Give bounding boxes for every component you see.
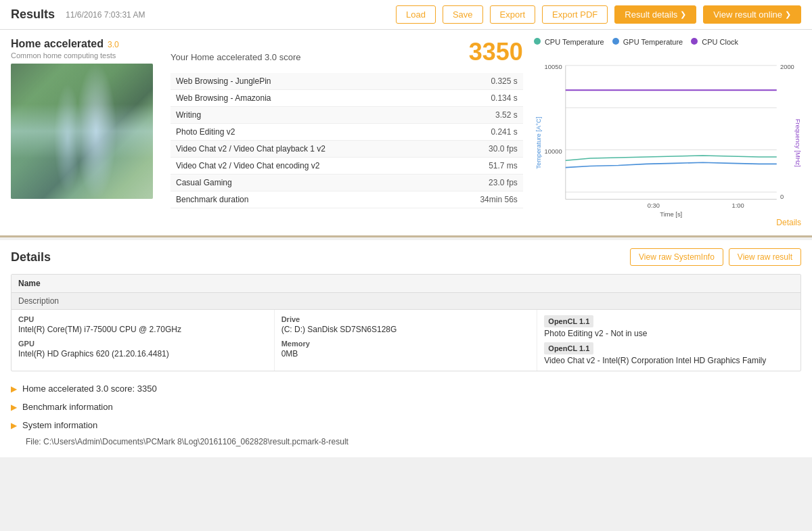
expandable-item[interactable]: ▶Benchmark information: [11, 398, 801, 416]
gpu-label: GPU: [18, 340, 267, 348]
benchmark-table: Web Browsing - JunglePin0.325 sWeb Brows…: [171, 73, 523, 208]
view-raw-sysinfo-button[interactable]: View raw SystemInfo: [630, 248, 723, 266]
cpu-label: CPU: [18, 315, 267, 323]
benchmark-row: Video Chat v2 / Video Chat playback 1 v2…: [171, 141, 523, 158]
benchmark-row-name: Web Browsing - JunglePin: [171, 73, 441, 90]
expandable-item[interactable]: ▶System information: [11, 416, 801, 434]
benchmark-row-value: 23.0 fps: [441, 175, 523, 191]
results-section: Home accelerated 3.0 Common home computi…: [0, 30, 812, 237]
expandable-label: System information: [22, 420, 97, 430]
drive-label: Drive: [281, 315, 531, 323]
opencl1-value: Photo Editing v2 - Not in use: [544, 329, 794, 338]
benchmark-row-name: Writing: [171, 107, 441, 124]
export-button[interactable]: Export: [490, 5, 536, 24]
svg-text:Temperature [A°C]: Temperature [A°C]: [535, 117, 542, 169]
benchmark-row-name: Web Browsing - Amazonia: [171, 90, 441, 107]
benchmark-row-value: 0.325 s: [441, 73, 523, 90]
svg-text:Time [s]: Time [s]: [660, 211, 682, 218]
chart-container: Temperature [A°C] Frequency [MHz] 10050 …: [534, 51, 801, 227]
expandable-list: ▶Home accelerated 3.0 score: 3350▶Benchm…: [11, 379, 801, 434]
benchmark-row-value: 3.52 s: [441, 107, 523, 124]
benchmark-row-name: Photo Editing v2: [171, 124, 441, 141]
score-card-version: 3.0: [108, 40, 119, 49]
opencl2-label: OpenCL 1.1: [544, 342, 593, 354]
benchmark-row-value: 51.7 ms: [441, 158, 523, 175]
load-button[interactable]: Load: [396, 5, 436, 24]
memory-value: 0MB: [281, 349, 531, 359]
description-header: Description: [12, 293, 800, 310]
benchmark-row-name: Video Chat v2 / Video Chat encoding v2: [171, 158, 441, 175]
chart-legend: CPU Temperature GPU Temperature CPU Cloc…: [534, 38, 801, 46]
benchmark-row: Photo Editing v20.241 s: [171, 124, 523, 141]
benchmark-row: Writing3.52 s: [171, 107, 523, 124]
expand-arrow-icon: ▶: [11, 384, 17, 394]
benchmark-row: Benchmark duration34min 56s: [171, 191, 523, 208]
benchmark-row-value: 34min 56s: [441, 191, 523, 208]
opencl2-value: Video Chat v2 - Intel(R) Corporation Int…: [544, 356, 794, 365]
svg-text:10000: 10000: [544, 148, 562, 155]
chart-details-button[interactable]: Details: [776, 218, 801, 227]
chevron-right-icon2: ❯: [785, 10, 791, 19]
svg-text:10050: 10050: [544, 64, 562, 70]
cpu-temp-legend: CPU Temperature: [534, 38, 604, 46]
expand-arrow-icon: ▶: [11, 421, 17, 430]
top-bar: Results 11/6/2016 7:03:31 AM Load Save E…: [0, 0, 812, 30]
results-title: Results: [11, 7, 55, 22]
details-section: Details View raw SystemInfo View raw res…: [0, 240, 812, 457]
benchmark-row-value: 0.241 s: [441, 124, 523, 141]
svg-text:0: 0: [780, 193, 784, 200]
opencl1-label: OpenCL 1.1: [544, 315, 593, 327]
expandable-label: Benchmark information: [22, 402, 113, 412]
benchmark-row-name: Video Chat v2 / Video Chat playback 1 v2: [171, 141, 441, 158]
gpu-value: Intel(R) HD Graphics 620 (21.20.16.4481): [18, 349, 267, 359]
benchmark-header: Your Home accelerated 3.0 score 3350: [171, 38, 523, 66]
opencl-cell: OpenCL 1.1 Photo Editing v2 - Not in use…: [537, 310, 800, 371]
gpu-temp-legend: GPU Temperature: [612, 38, 683, 46]
drive-value: (C: D:) SanDisk SD7SN6S128G: [281, 325, 531, 334]
benchmark-row: Video Chat v2 / Video Chat encoding v251…: [171, 158, 523, 175]
expandable-label: Home accelerated 3.0 score: 3350: [22, 384, 157, 394]
cpu-value: Intel(R) Core(TM) i7-7500U CPU @ 2.70GHz: [18, 325, 267, 334]
info-grid-top: CPU Intel(R) Core(TM) i7-7500U CPU @ 2.7…: [12, 310, 800, 371]
svg-text:Frequency [MHz]: Frequency [MHz]: [794, 119, 801, 167]
benchmark-row: Casual Gaming23.0 fps: [171, 175, 523, 191]
results-date: 11/6/2016 7:03:31 AM: [66, 10, 145, 20]
details-header: Details View raw SystemInfo View raw res…: [11, 248, 801, 266]
system-info-table: Name Description CPU Intel(R) Core(TM) i…: [11, 274, 801, 371]
svg-text:1:00: 1:00: [731, 202, 744, 209]
benchmark-header-text: Your Home accelerated 3.0 score: [171, 52, 300, 62]
benchmark-row: Web Browsing - JunglePin0.325 s: [171, 73, 523, 90]
score-card: Home accelerated 3.0 Common home computi…: [11, 38, 160, 227]
benchmark-panel: Your Home accelerated 3.0 score 3350 Web…: [171, 38, 523, 227]
save-button[interactable]: Save: [443, 5, 483, 24]
score-card-title: Home accelerated: [11, 38, 104, 50]
score-card-image: [11, 64, 153, 199]
memory-label: Memory: [281, 340, 531, 348]
benchmark-row: Web Browsing - Amazonia0.134 s: [171, 90, 523, 107]
name-header: Name: [12, 275, 800, 293]
svg-text:0:30: 0:30: [648, 202, 660, 209]
cpu-cell: CPU Intel(R) Core(TM) i7-7500U CPU @ 2.7…: [12, 310, 275, 371]
benchmark-row-value: 30.0 fps: [441, 141, 523, 158]
svg-text:2000: 2000: [780, 64, 794, 70]
view-online-button[interactable]: View result online ❯: [703, 5, 801, 24]
cpu-clock-legend: CPU Clock: [691, 38, 738, 46]
benchmark-row-value: 0.134 s: [441, 90, 523, 107]
benchmark-row-name: Casual Gaming: [171, 175, 441, 191]
file-path: File: C:\Users\Admin\Documents\PCMark 8\…: [11, 434, 801, 449]
chevron-right-icon: ❯: [680, 10, 686, 19]
score-card-subtitle: Common home computing tests: [11, 51, 160, 60]
benchmark-row-name: Benchmark duration: [171, 191, 441, 208]
chart-panel: CPU Temperature GPU Temperature CPU Cloc…: [534, 38, 801, 227]
expandable-item[interactable]: ▶Home accelerated 3.0 score: 3350: [11, 379, 801, 398]
chart-svg: Temperature [A°C] Frequency [MHz] 10050 …: [534, 51, 801, 227]
expand-arrow-icon: ▶: [11, 402, 17, 412]
export-pdf-button[interactable]: Export PDF: [542, 5, 608, 24]
result-details-button[interactable]: Result details ❯: [614, 5, 696, 24]
view-raw-result-button[interactable]: View raw result: [729, 248, 801, 266]
details-title: Details: [11, 250, 51, 264]
benchmark-score: 3350: [469, 38, 523, 66]
drive-cell: Drive (C: D:) SanDisk SD7SN6S128G Memory…: [275, 310, 538, 371]
